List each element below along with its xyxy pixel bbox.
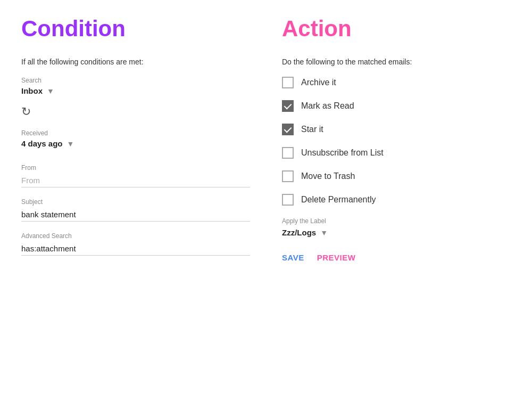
action-label-delete-permanently: Delete Permanently (301, 195, 376, 205)
action-label-unsubscribe: Unsubscribe from List (301, 148, 384, 158)
label-dropdown-row: Zzz/Logs ▼ (282, 228, 511, 237)
apply-label-section: Apply the Label Zzz/Logs ▼ (282, 217, 511, 237)
label-value: Zzz/Logs (282, 228, 316, 237)
action-item-mark-as-read: Mark as Read (282, 100, 511, 112)
checkbox-archive[interactable] (282, 77, 294, 88)
condition-title: Condition (21, 16, 250, 42)
search-dropdown-row: Inbox ▼ (21, 86, 250, 95)
subject-input[interactable] (21, 208, 250, 222)
received-label: Received (21, 129, 250, 137)
action-label-star-it: Star it (301, 125, 323, 134)
advanced-search-label: Advanced Search (21, 232, 250, 240)
received-section: Received 4 days ago ▼ (21, 129, 250, 148)
action-item-move-to-trash: Move to Trash (282, 170, 511, 182)
subject-label: Subject (21, 198, 250, 206)
subject-section: Subject (21, 198, 250, 222)
label-dropdown-arrow[interactable]: ▼ (320, 228, 328, 237)
advanced-search-section: Advanced Search (21, 232, 250, 256)
search-value: Inbox (21, 86, 43, 95)
received-dropdown-arrow[interactable]: ▼ (67, 140, 74, 148)
action-label-move-to-trash: Move to Trash (301, 172, 355, 181)
from-input[interactable] (21, 174, 250, 187)
search-label: Search (21, 77, 250, 84)
preview-button[interactable]: PREVIEW (317, 253, 356, 262)
action-item-star-it: Star it (282, 124, 511, 135)
action-item-archive: Archive it (282, 77, 511, 88)
action-title: Action (282, 16, 511, 42)
action-description: Do the following to the matched emails: (282, 58, 511, 66)
checkbox-unsubscribe[interactable] (282, 147, 294, 159)
received-value: 4 days ago (21, 139, 63, 148)
checkbox-star-it[interactable] (282, 124, 294, 135)
checkbox-mark-as-read[interactable] (282, 100, 294, 112)
condition-panel: Condition If all the following condition… (21, 16, 250, 384)
action-item-delete-permanently: Delete Permanently (282, 194, 511, 206)
from-label: From (21, 164, 250, 172)
action-item-unsubscribe: Unsubscribe from List (282, 147, 511, 159)
checkbox-move-to-trash[interactable] (282, 170, 294, 182)
search-section: Search Inbox ▼ (21, 77, 250, 95)
condition-description: If all the following conditions are met: (21, 58, 250, 66)
search-dropdown-arrow[interactable]: ▼ (47, 87, 54, 95)
checkbox-delete-permanently[interactable] (282, 194, 294, 206)
action-panel: Action Do the following to the matched e… (282, 16, 511, 384)
action-label-archive: Archive it (301, 78, 336, 87)
footer-buttons: SAVE PREVIEW (282, 253, 511, 262)
apply-label-title: Apply the Label (282, 217, 511, 225)
received-dropdown-row: 4 days ago ▼ (21, 139, 250, 148)
refresh-icon[interactable]: ↻ (21, 105, 31, 119)
advanced-search-input[interactable] (21, 242, 250, 256)
from-section: From (21, 164, 250, 187)
save-button[interactable]: SAVE (282, 253, 304, 262)
action-label-mark-as-read: Mark as Read (301, 101, 354, 111)
